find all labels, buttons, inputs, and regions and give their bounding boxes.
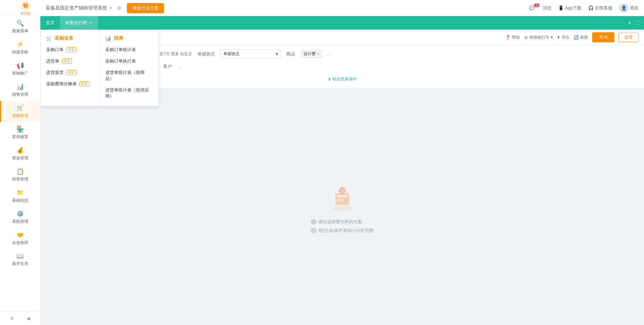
export-label: 导出 — [562, 35, 570, 40]
doc-status-select[interactable]: 单据状态 ▾ — [220, 49, 281, 58]
message-item[interactable]: 💬 5 消息 — [529, 5, 551, 11]
sidebar-label-marketing: 营销推广 — [12, 71, 28, 76]
sidebar-item-quick[interactable]: ⚡ 快捷导航 — [0, 37, 40, 58]
app-download-item[interactable]: 📱 App下载 — [558, 5, 581, 11]
sidebar-item-purchase[interactable]: 🛒 采购管理 — [0, 101, 40, 122]
content-area: 首页 销售排行榜 ✕ ✕ ⛶ 🛒 采购业务 采购订单 — [40, 16, 644, 325]
purchase-inbound-hist: 历史 — [62, 58, 72, 64]
headset-icon: 🎧 — [588, 5, 594, 10]
svg-text:畅: 畅 — [23, 3, 28, 8]
goods-more[interactable]: ... — [326, 52, 329, 56]
purchase-return-hist: 历史 — [66, 70, 76, 75]
goods-tag-close[interactable]: × — [317, 52, 319, 56]
user-label: 用友 — [630, 5, 639, 11]
tab-sales-rank[interactable]: 销售排行榜 ✕ — [60, 16, 98, 30]
tab-sales-rank-label: 销售排行榜 — [65, 20, 87, 26]
report-inbound-goods-item[interactable]: 进货单统计表（按商品） — [100, 67, 159, 84]
user-item[interactable]: 👤 用友 — [619, 3, 639, 13]
enterprise-icon: 🤝 — [16, 231, 24, 239]
purchase-expense-hist: 历史 — [79, 81, 90, 87]
purchase-inbound-item[interactable]: 进货单 历史 — [41, 55, 100, 67]
online-service-label: 在线客服 — [595, 5, 612, 11]
sidebar-label-operation: 经营管理 — [12, 176, 28, 182]
system-settings-icon[interactable]: ⚙ — [117, 5, 121, 11]
report-po-exec-item[interactable]: 采购订单执行表 — [100, 55, 159, 67]
svg-rect-5 — [337, 199, 344, 201]
sidebar-item-base[interactable]: 📁 基础信息 — [0, 186, 40, 207]
help-button[interactable]: ❓ 帮助 — [505, 35, 520, 40]
sidebar-label-finance: 资金管理 — [12, 155, 28, 161]
tab-close-window-icon[interactable]: ✕ — [628, 21, 632, 26]
inventory-icon: 🏪 — [16, 125, 24, 133]
sidebar-label-search: 搜索菜单 — [12, 28, 28, 34]
tip-text-1: 请先选择要分析的方案 — [318, 219, 362, 225]
doc-status-label: 单据状态 — [198, 51, 215, 57]
goods-area: 设计费 × ... — [300, 50, 329, 58]
sidebar-item-marketing[interactable]: 📢 营销推广 — [0, 58, 40, 80]
sidebar-item-sales[interactable]: 📊 销售管理 — [0, 80, 40, 101]
sidebar-item-system[interactable]: ⚙️ 系统管理 — [0, 207, 40, 228]
main-layout: 🔍 搜索菜单 ⚡ 快捷导航 📢 营销推广 📊 销售管理 🛒 采购管理 🏪 库存核… — [0, 16, 644, 325]
sidebar-label-system: 系统管理 — [12, 219, 28, 225]
online-service-item[interactable]: 🎧 在线客服 — [588, 5, 612, 11]
sidebar-item-search[interactable]: 🔍 搜索菜单 — [0, 16, 40, 37]
tab-home-label: 首页 — [46, 20, 55, 26]
sidebar-bottom: ⚙ ◀ — [0, 312, 40, 325]
export-button[interactable]: ⬇ 导出 — [557, 35, 570, 40]
report-po-stats-label: 采购订单统计表 — [105, 47, 136, 53]
logo-text: 标准版 — [21, 11, 31, 16]
print-button[interactable]: 🖨 按模板打印 ▾ — [524, 35, 553, 40]
doc-status-value: 单据状态 — [223, 51, 240, 57]
empty-tips: 1 请先选择要分析的方案 2 用[过滤]条件来缩小分析范围 — [311, 219, 373, 234]
guide-icon: 📖 — [16, 252, 24, 260]
sidebar-item-guide[interactable]: 📖 新手引导 — [0, 249, 40, 270]
svg-point-2 — [332, 206, 352, 211]
help-icon: ❓ — [505, 35, 510, 40]
print-dropdown-icon: ▾ — [551, 35, 553, 40]
purchase-order-item[interactable]: 采购订单 历史 — [41, 44, 100, 55]
sidebar-item-inventory[interactable]: 🏪 库存核算 — [0, 122, 40, 143]
query-button[interactable]: 查询 — [592, 32, 614, 42]
sidebar-item-finance[interactable]: 💰 资金管理 — [0, 143, 40, 164]
sidebar-collapse-icon[interactable]: ◀ — [27, 316, 30, 321]
goods-label: 商品 — [286, 51, 295, 57]
sidebar-item-enterprise[interactable]: 🤝 企业协同 — [0, 228, 40, 249]
sales-icon: 📊 — [16, 83, 24, 90]
purchase-expense-item[interactable]: 采购费用分摊单 历史 — [41, 78, 100, 90]
system-dropdown-icon[interactable]: ▾ — [110, 6, 112, 10]
sidebar-item-operation[interactable]: 📋 经营管理 — [0, 164, 40, 186]
tab-maximize-icon[interactable]: ⛶ — [636, 21, 640, 26]
trial-button[interactable]: 体验行业方案 — [127, 3, 164, 13]
svg-rect-4 — [337, 195, 347, 198]
report-po-stats-item[interactable]: 采购订单统计表 — [100, 44, 159, 55]
report-inbound-supplier-item[interactable]: 进货单统计表（按供应商） — [100, 84, 159, 102]
purchase-business-header: 🛒 采购业务 — [41, 34, 100, 44]
refresh-label: 刷新 — [580, 35, 588, 40]
sidebar-label-inventory: 库存核算 — [12, 134, 28, 140]
help-label: 帮助 — [512, 35, 520, 40]
empty-illustration — [325, 180, 359, 213]
empty-state: 1 请先选择要分析的方案 2 用[过滤]条件来缩小分析范围 — [40, 88, 644, 325]
finance-icon: 💰 — [16, 147, 24, 154]
print-icon: 🖨 — [524, 35, 528, 40]
tab-home[interactable]: 首页 — [40, 16, 60, 30]
print-label: 按模板打印 — [529, 35, 549, 40]
sidebar: 🔍 搜索菜单 ⚡ 快捷导航 📢 营销推广 📊 销售管理 🛒 采购管理 🏪 库存核… — [0, 16, 40, 325]
goods-tag-value: 设计费 — [303, 51, 316, 57]
collapse-label: 收起更多条件 — [332, 76, 357, 82]
system-icon: ⚙️ — [16, 210, 24, 217]
settings-button[interactable]: 设置 — [618, 33, 639, 42]
doc-status-arrow: ▾ — [276, 52, 278, 56]
quick-icon: ⚡ — [16, 41, 24, 48]
sidebar-settings-icon[interactable]: ⚙ — [10, 316, 14, 321]
marketing-icon: 📢 — [16, 62, 24, 69]
tab-close-icon[interactable]: ✕ — [89, 21, 93, 25]
purchase-business-title: 采购业务 — [55, 35, 73, 41]
customer-area: ... — [177, 64, 182, 69]
top-right-area: 💬 5 消息 📱 App下载 🎧 在线客服 👤 用友 — [529, 3, 639, 13]
refresh-button[interactable]: 🔄 刷新 — [574, 35, 588, 40]
phone-icon: 📱 — [558, 5, 564, 10]
empty-tip-2: 2 用[过滤]条件来缩小分析范围 — [311, 228, 373, 234]
purchase-return-item[interactable]: 进货退货 历史 — [41, 67, 100, 78]
customer-more[interactable]: ... — [179, 64, 182, 69]
